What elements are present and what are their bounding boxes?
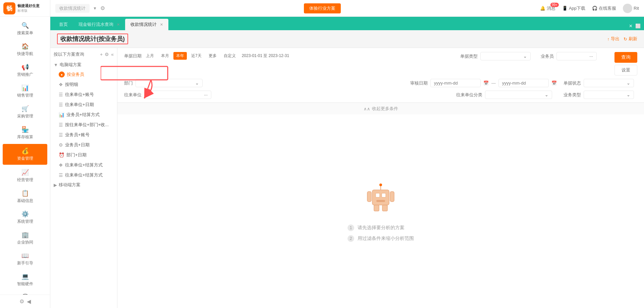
- home-icon: 🏠: [21, 43, 29, 50]
- filter-settings-button[interactable]: 设置: [614, 65, 637, 75]
- refresh-label: 刷新: [629, 36, 637, 42]
- collapse-bar[interactable]: ∧∧ 收起更多条件: [117, 103, 644, 114]
- enterprise-icon: 🏢: [21, 231, 29, 239]
- scheme-add-btn[interactable]: +: [100, 52, 103, 57]
- scheme-header-actions: + ⚙ «: [100, 52, 114, 57]
- group-arrow-mobile: ▶: [54, 183, 57, 188]
- window-maximize-btn[interactable]: ⬜: [635, 23, 641, 29]
- sidebar-item-finance[interactable]: 💰 资金管理: [3, 144, 47, 165]
- dept-select[interactable]: ⌄: [136, 79, 203, 87]
- biz-type-select[interactable]: ⌄: [584, 91, 634, 99]
- date-shortcut-7days[interactable]: 近7天: [189, 52, 204, 60]
- date-shortcut-this-month[interactable]: 本月: [158, 52, 172, 60]
- notifications-btn[interactable]: 🔔 消息 99+: [540, 5, 555, 11]
- sidebar-item-sales[interactable]: 📊 销售管理: [0, 81, 50, 102]
- scheme-item-sp-date[interactable]: ⚙ 业务员+日期: [50, 140, 117, 150]
- doc-status-label: 单据状态: [564, 80, 581, 86]
- search-icon: 🔍: [21, 22, 29, 29]
- service-icon: 🎧: [592, 6, 597, 11]
- sidebar-item-guide[interactable]: 📖 新手引导: [0, 249, 50, 269]
- sidebar-item-system[interactable]: ⚙️ 系统管理: [0, 207, 50, 228]
- header-settings-btn[interactable]: ⚙: [100, 5, 105, 11]
- filter-row-3: 往来单位 ··· 往来单位分类 ⌄: [124, 91, 637, 99]
- query-button[interactable]: 查询: [614, 52, 637, 63]
- sidebar-collapse-btn[interactable]: ◀‌: [27, 298, 31, 305]
- user-menu[interactable]: Rit: [623, 4, 639, 13]
- partner-category-select[interactable]: ⌄: [485, 91, 552, 99]
- notifications-badge: 99+: [550, 3, 559, 7]
- scheme-item-partner-account[interactable]: ☰ 往来单位+账号: [50, 90, 117, 100]
- sidebar-item-marketing[interactable]: 📢 营销推广: [0, 60, 50, 81]
- scheme-settings-btn[interactable]: ⚙: [105, 52, 109, 57]
- scheme-item-partner-date[interactable]: ☰ 往来单位+日期: [50, 100, 117, 110]
- refresh-button[interactable]: ↻ 刷新: [624, 36, 637, 42]
- biz-type-label: 业务类型: [564, 92, 581, 98]
- scheme-group-mobile-title[interactable]: ▶ 移动端方案: [50, 180, 117, 190]
- dept-filter: 部门 ⌄: [124, 79, 404, 87]
- scheme-group-desktop-title[interactable]: ▼ 电脑端方案: [50, 60, 117, 69]
- scheme-item-dept-date[interactable]: ⏰ 部门+日期: [50, 150, 117, 160]
- sidebar-label-enterprise: 企业协同: [17, 240, 33, 245]
- partner-select[interactable]: ···: [144, 91, 211, 99]
- online-service-btn[interactable]: 🎧 在线客服: [592, 5, 616, 11]
- scheme-item-by-salesperson[interactable]: ● 按业务员: [50, 69, 117, 80]
- scheme-item-by-detail[interactable]: ❖ 按明细: [50, 80, 117, 90]
- sidebar-settings-btn[interactable]: ⚙: [19, 298, 24, 305]
- doc-status-filter: 单据状态 ⌄: [564, 79, 637, 87]
- scheme-item-partner-account-label: 往来单位+账号: [65, 92, 94, 98]
- sidebar-item-hardware[interactable]: 💻 智能硬件: [0, 269, 50, 290]
- sidebar-item-wechat[interactable]: 💬 企业微信: [0, 290, 50, 295]
- scheme-item-partner-settle2-label: 往来单位+结算方式: [65, 172, 103, 178]
- app-download-btn[interactable]: 📱 App下载: [562, 5, 585, 11]
- trial-button[interactable]: 体验行业方案: [304, 3, 341, 13]
- item-icon-partner-settle2: ☰: [59, 172, 63, 178]
- item-icon-partner-acct: ☰: [59, 92, 63, 97]
- calendar-from-icon[interactable]: 📅: [483, 81, 489, 86]
- date-shortcut-more[interactable]: 更多: [206, 52, 219, 60]
- empty-step-1-label: 请先选择要分析的方案: [358, 225, 405, 231]
- tab-bank[interactable]: 现金银行流水查询 ✕: [73, 19, 125, 30]
- user-avatar: [623, 4, 632, 13]
- tab-receipts-close[interactable]: ✕: [160, 22, 163, 27]
- calendar-to-icon[interactable]: 📅: [551, 81, 557, 86]
- sidebar-item-purchase[interactable]: 🛒 采购管理: [0, 102, 50, 122]
- item-icon-partner-dept: ☰: [59, 122, 63, 127]
- scheme-item-partner-dept[interactable]: ☰ 按往来单位+部门+收...: [50, 120, 117, 130]
- doc-type-select[interactable]: ⌄: [480, 52, 531, 60]
- sidebar-item-inventory[interactable]: 🏪 库存核算: [0, 122, 50, 143]
- salesperson-select[interactable]: ···: [556, 52, 597, 60]
- scheme-item-partner-settle2[interactable]: ☰ 往来单位+结算方式: [50, 170, 117, 180]
- sidebar-item-base[interactable]: 📋 基础信息: [0, 186, 50, 207]
- partner-more-btn[interactable]: ···: [204, 92, 208, 97]
- scheme-item-partner-settle1-label: 往来单位+结算方式: [65, 162, 103, 168]
- tab-home[interactable]: 首页: [54, 19, 73, 30]
- scheme-collapse-btn[interactable]: «: [111, 52, 114, 57]
- scheme-group-desktop: ▼ 电脑端方案 ● 按业务员 ❖ 按明细 ☰ 往来单位+账号: [50, 60, 117, 180]
- date-shortcut-custom[interactable]: 自定义: [221, 52, 238, 60]
- scheme-item-sp-account[interactable]: ☰ 业务员+账号: [50, 130, 117, 140]
- sidebar-label-guide: 新手引导: [17, 260, 33, 266]
- active-item-icon: ●: [59, 71, 65, 78]
- breadcrumb-arrow[interactable]: ▼: [93, 6, 97, 11]
- scheme-item-partner-settle1[interactable]: ❖ 往来单位+结算方式: [50, 160, 117, 170]
- empty-steps: 1 请先选择要分析的方案 2 用过滤条件来缩小分析范围: [347, 224, 414, 246]
- sidebar-item-operations[interactable]: 📈 经营管理: [0, 165, 50, 186]
- sidebar-item-search[interactable]: 🔍 搜索菜单: [0, 18, 50, 39]
- review-date-to[interactable]: [498, 79, 549, 87]
- tab-receipts[interactable]: 收款情况统计 ✕: [125, 19, 168, 30]
- scheme-item-salesperson-settle[interactable]: 📊 业务员+结算方式: [50, 110, 117, 120]
- date-shortcut-this-year[interactable]: 本年: [173, 52, 187, 60]
- review-date-from[interactable]: [430, 79, 481, 87]
- sidebar-footer: ⚙ ◀‌: [0, 295, 50, 308]
- sidebar-item-quicknav[interactable]: 🏠 快捷导航: [0, 39, 50, 60]
- date-shortcut-last-month[interactable]: 上月: [143, 52, 157, 60]
- sidebar-item-enterprise[interactable]: 🏢 企业协同: [0, 228, 50, 249]
- svg-rect-2: [382, 193, 386, 197]
- tab-bank-close[interactable]: ✕: [117, 22, 120, 27]
- export-button[interactable]: ↑ 导出: [607, 36, 620, 42]
- scheme-item-dept-date-label: 部门+日期: [66, 152, 87, 158]
- empty-step-1: 1 请先选择要分析的方案: [347, 224, 414, 231]
- sales-icon: 📊: [21, 84, 29, 92]
- doc-status-select[interactable]: ⌄: [584, 79, 634, 87]
- window-close-btn[interactable]: ✕: [629, 23, 633, 29]
